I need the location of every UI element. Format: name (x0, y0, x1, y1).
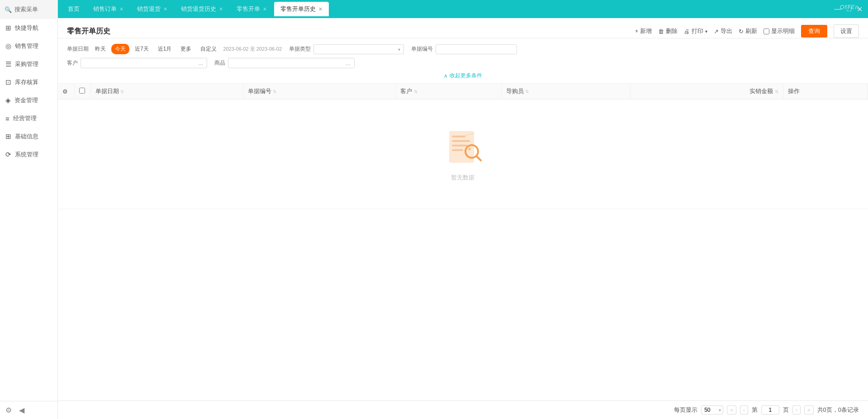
prev-page-btn[interactable]: ‹ (740, 405, 748, 414)
per-page-label: 每页显示 (674, 406, 697, 414)
close-icon[interactable]: ✕ (318, 6, 323, 12)
date-btn-today[interactable]: 今天 (111, 44, 129, 54)
sidebar-item-operations[interactable]: ≡ 经营管理 (0, 109, 57, 127)
tabs-bar: 首页 销售订单 ✕ 销货退货 ✕ 销货退货历史 ✕ 零售开单 ✕ 零售开单历史 … (58, 0, 868, 18)
finance-icon: ◈ (5, 96, 11, 104)
th-salesperson-label: 导购员 (506, 88, 524, 94)
date-filter: 单据日期 昨天 今天 近7天 近1月 更多 自定义 2023-06-02 至 2… (67, 44, 282, 54)
tab-home[interactable]: 首页 (62, 2, 86, 16)
basic-info-icon: ⊞ (5, 132, 11, 141)
close-icon[interactable]: ✕ (263, 6, 267, 12)
first-page-btn[interactable]: « (727, 405, 736, 414)
sidebar-item-basic-info[interactable]: ⊞ 基础信息 (0, 127, 57, 146)
th-action-label: 操作 (788, 88, 800, 94)
add-button[interactable]: + 新增 (635, 27, 652, 35)
date-btn-last7[interactable]: 近7天 (131, 44, 152, 54)
th-order-no: 单据编号 ⇅ (243, 84, 395, 99)
filter-area: 单据日期 昨天 今天 近7天 近1月 更多 自定义 2023-06-02 至 2… (58, 38, 868, 84)
date-btn-yesterday[interactable]: 昨天 (91, 44, 109, 54)
sidebar-item-purchase-mgmt[interactable]: ☰ 采购管理 (0, 55, 57, 73)
per-page-select[interactable]: 50 10 20 100 (701, 405, 723, 414)
table-settings-icon[interactable]: ⚙ (62, 88, 68, 95)
tab-sales-order[interactable]: 销售订单 ✕ (87, 2, 130, 16)
settings-button[interactable]: 设置 (834, 24, 859, 38)
total-label: 共0页，0条记录 (817, 406, 859, 414)
customer-ellipsis-btn[interactable]: ... (198, 60, 203, 66)
sort-icon[interactable]: ⇅ (525, 89, 529, 94)
customer-input[interactable] (85, 60, 198, 66)
sidebar-item-inventory[interactable]: ⊡ 库存核算 (0, 73, 57, 91)
sort-icon[interactable]: ⇅ (414, 89, 417, 94)
th-amount-label: 实销金额 (749, 88, 773, 94)
tab-return-history[interactable]: 销货退货历史 ✕ (175, 2, 229, 16)
product-label: 商品 (214, 59, 225, 67)
print-dropdown-icon: ▾ (705, 29, 707, 34)
order-type-select[interactable] (313, 44, 404, 54)
date-range-display: 2023-06-02 至 2023-06-02 (223, 46, 282, 52)
order-no-filter: 单据编号 (411, 44, 517, 54)
content-area: 单据日期 昨天 今天 近7天 近1月 更多 自定义 2023-06-02 至 2… (58, 38, 868, 419)
sidebar-item-system[interactable]: ⟳ 系统管理 (0, 146, 57, 164)
sidebar-item-quick-nav[interactable]: ⊞ 快捷导航 (0, 19, 57, 37)
product-ellipsis-btn[interactable]: ... (346, 60, 351, 66)
collapse-btn-label: 收起更多条件 (450, 72, 482, 80)
settings-icon[interactable]: ⚙ (5, 406, 12, 414)
sidebar-item-label: 系统管理 (15, 151, 38, 159)
select-all-checkbox[interactable] (79, 88, 85, 94)
sidebar-item-label: 采购管理 (15, 60, 38, 68)
export-button[interactable]: ↗ 导出 (714, 27, 732, 35)
sidebar-search[interactable]: 🔍 搜索采单 (0, 0, 57, 19)
search-icon: 🔍 (5, 6, 12, 13)
customer-filter: 客户 ... (67, 58, 207, 68)
sort-icon[interactable]: ⇅ (273, 89, 276, 94)
th-checkbox[interactable] (74, 84, 90, 99)
date-btn-custom[interactable]: 自定义 (197, 44, 220, 54)
tab-retail-open-label: 零售开单 (237, 5, 260, 13)
close-icon[interactable]: ✕ (119, 6, 123, 12)
close-icon[interactable]: ✕ (163, 6, 167, 12)
empty-row: 暂无数据 (58, 99, 868, 209)
sidebar-item-label: 快捷导航 (15, 24, 38, 32)
refresh-button[interactable]: ↻ 刷新 (739, 27, 757, 35)
sidebar-item-sales-mgmt[interactable]: ◎ 销售管理 (0, 37, 57, 55)
print-button[interactable]: 🖨 打印 ▾ (684, 27, 707, 35)
next-page-btn[interactable]: › (792, 405, 801, 414)
collapse-filter-btn[interactable]: ∧ 收起更多条件 (444, 72, 482, 80)
pagination: 每页显示 50 10 20 100 « ‹ 第 页 › » 共0页，0条记录 (58, 400, 868, 419)
tab-retail-history[interactable]: 零售开单历史 ✕ (274, 2, 329, 16)
order-type-label: 单据类型 (289, 45, 311, 53)
display-detail-checkbox-container[interactable]: 显示明细 (764, 27, 795, 35)
query-button[interactable]: 查询 (801, 25, 827, 38)
tab-sales-return[interactable]: 销货退货 ✕ (131, 2, 174, 16)
date-btn-more[interactable]: 更多 (177, 44, 195, 54)
delete-button[interactable]: 🗑 删除 (658, 27, 678, 35)
collapse-sidebar-icon[interactable]: ◀ (19, 406, 24, 414)
print-icon: 🖨 (684, 28, 690, 35)
table-header-row: ⚙ 单据日期 ⇅ 单据编号 ⇅ (58, 84, 868, 99)
sidebar-item-label: 基础信息 (15, 132, 38, 141)
page-title: 零售开单历史 (67, 27, 110, 36)
sidebar-item-label: 销售管理 (15, 42, 38, 50)
empty-illustration (440, 127, 485, 167)
close-icon[interactable]: ✕ (219, 6, 223, 12)
last-page-btn[interactable]: » (804, 405, 814, 414)
date-btn-last-month[interactable]: 近1月 (154, 44, 175, 54)
page-actions: + 新增 🗑 删除 🖨 打印 ▾ ↗ 导出 ↻ 刷新 显示明细 查 (635, 24, 859, 38)
sidebar-search-label: 搜索采单 (14, 5, 38, 14)
svg-rect-3 (452, 145, 468, 146)
purchase-icon: ☰ (5, 60, 11, 68)
product-input[interactable] (232, 60, 346, 66)
display-detail-checkbox[interactable] (764, 28, 769, 34)
order-no-input[interactable] (436, 44, 517, 54)
sort-icon[interactable]: ⇅ (120, 89, 124, 94)
th-settings[interactable]: ⚙ (58, 84, 74, 99)
sidebar-footer: ⚙ ◀ (0, 401, 57, 419)
sidebar-item-finance[interactable]: ◈ 资金管理 (0, 91, 57, 109)
data-table: ⚙ 单据日期 ⇅ 单据编号 ⇅ (58, 84, 868, 209)
tab-return-history-label: 销货退货历史 (181, 5, 216, 13)
sort-icon[interactable]: ⇅ (775, 89, 778, 94)
delete-icon: 🗑 (658, 28, 664, 35)
tab-retail-open[interactable]: 零售开单 ✕ (230, 2, 273, 16)
page-number-input[interactable] (761, 405, 779, 414)
table-head: ⚙ 单据日期 ⇅ 单据编号 ⇅ (58, 84, 868, 99)
